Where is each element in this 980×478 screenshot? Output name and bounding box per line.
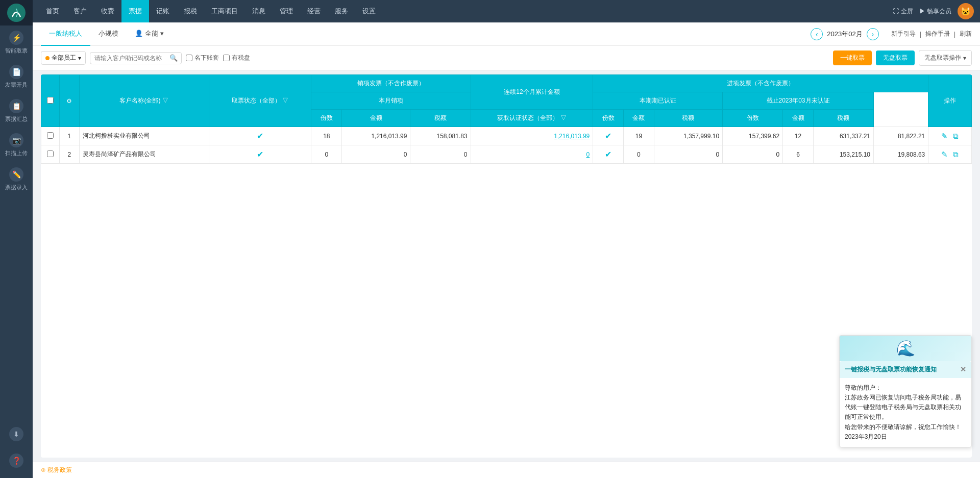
select-all-checkbox[interactable] [47, 97, 54, 104]
filter-icon[interactable]: ▽ [162, 97, 168, 104]
cert-filter-icon[interactable]: ▽ [560, 114, 567, 121]
nav-service[interactable]: 服务 [328, 0, 355, 22]
row-uncert-count: 12 [783, 127, 814, 145]
row-checkbox-1[interactable] [47, 150, 54, 157]
member-btn[interactable]: ▶ 畅享会员 [919, 7, 951, 16]
next-month-btn[interactable]: › [867, 28, 879, 40]
row-uncert-amount: 631,337.21 [813, 127, 873, 145]
sidebar-item-invoice-open[interactable]: 📄 发票开具 [0, 60, 33, 94]
logo [0, 0, 33, 26]
sidebar-item-invoice-summary[interactable]: 📋 票据汇总 [0, 94, 33, 128]
row-sales-tax: 0 [410, 145, 471, 164]
row-fetch-status: ✔ [209, 127, 311, 145]
prev-month-btn[interactable]: ‹ [811, 28, 823, 40]
row-company-name: 灵寿县尚泽矿产品有限公司 [79, 145, 209, 164]
col-checkbox-header [41, 75, 60, 127]
row-sales-amount: 1,216,013.99 [342, 127, 410, 145]
table-row: 2 灵寿县尚泽矿产品有限公司 ✔ 0 0 0 0 ✔ 0 0 0 6 153,2… [41, 145, 972, 164]
dropdown-icon: ▾ [78, 55, 81, 62]
edit-icon[interactable]: ✎ [941, 150, 948, 159]
nav-home[interactable]: 首页 [39, 0, 66, 22]
nav-revenue[interactable]: 收费 [94, 0, 121, 22]
nav-customer[interactable]: 客户 [66, 0, 94, 22]
row-cert-status: ✔ [593, 145, 624, 164]
invoice-entry-icon: ✏️ [9, 167, 23, 182]
manual-btn[interactable]: 操作手册 [925, 30, 950, 38]
tax-policy-link[interactable]: ⊙ 税务政策 [41, 466, 72, 474]
tab-actions: 新手引导 | 操作手册 | 刷新 [891, 30, 972, 38]
employee-select[interactable]: 全部员工 ▾ [41, 51, 86, 65]
no-disk-fetch-btn[interactable]: 无盘取票 [876, 51, 915, 65]
checkbox-account-label[interactable]: 名下账套 [186, 54, 219, 62]
row-purch-count: 0 [624, 145, 654, 164]
checkbox-taxdisk[interactable] [223, 55, 230, 61]
notification-header: 一键报税与无盘取票功能恢复通知 ✕ [840, 361, 971, 378]
user-avatar[interactable]: 🐱 [958, 3, 974, 19]
notification-body: 尊敬的用户：江苏政务网已恢复访问电子税务局功能，易代账一键登陆电子税务局与无盘取… [840, 378, 971, 447]
col-this-month-sales-header: 本月销项 [311, 92, 471, 110]
dropdown-arrow-icon: ▾ [963, 55, 966, 62]
row-purch-count: 19 [624, 127, 654, 145]
nav-business[interactable]: 工商项目 [204, 0, 245, 22]
sidebar-item-scan-upload[interactable]: 📷 扫描上传 [0, 128, 33, 162]
toolbar: 全部员工 ▾ 🔍 名下账套 有税盘 一键取票 无盘取票 无盘取票操作 ▾ [33, 46, 980, 70]
checkbox-account[interactable] [186, 55, 192, 61]
new-guide-btn[interactable]: 新手引导 [891, 30, 916, 38]
employee-dot [45, 56, 50, 60]
refresh-btn[interactable]: 刷新 [960, 30, 972, 38]
no-disk-operations-btn[interactable]: 无盘取票操作 ▾ [919, 50, 972, 66]
table-row: 1 河北柯撸桩实业有限公司 ✔ 18 1,216,013.99 158,081.… [41, 127, 972, 145]
checkbox-taxdisk-label[interactable]: 有税盘 [223, 54, 250, 62]
sidebar-item-help[interactable]: ❓ [0, 448, 33, 473]
invoice-open-icon: 📄 [9, 65, 23, 79]
col-uncert-tax: 税额 [813, 110, 873, 127]
nav-invoice[interactable]: 票据 [121, 0, 149, 22]
main-area: 首页 客户 收费 票据 记账 报税 工商项目 消息 管理 经营 服务 设置 ⛶ … [33, 0, 980, 478]
nav-operation[interactable]: 经营 [300, 0, 328, 22]
tab-month: ‹ 2023年02月 › [811, 28, 878, 40]
status-bar: ⊙ 税务政策 [33, 462, 980, 478]
nav-settings[interactable]: 设置 [355, 0, 383, 22]
col-sales-amount: 金额 [342, 110, 410, 127]
col-ops-header: 操作 [928, 75, 972, 127]
row-checkbox-0[interactable] [47, 132, 54, 139]
tab-small[interactable]: 小规模 [90, 22, 127, 46]
nav-bookkeeping[interactable]: 记账 [149, 0, 177, 22]
tab-bar: 一般纳税人 小规模 👤 全能 ▾ ‹ 2023年02月 › 新手引导 | 操作手… [33, 22, 980, 46]
row-sales-tax: 158,081.83 [410, 127, 471, 145]
nav-tax[interactable]: 报税 [177, 0, 204, 22]
fullscreen-btn[interactable]: ⛶ 全屏 [893, 7, 913, 16]
row-index: 2 [60, 145, 80, 164]
toolbar-right: 一键取票 无盘取票 无盘取票操作 ▾ [833, 50, 972, 66]
row-index: 1 [60, 127, 80, 145]
search-icon[interactable]: 🔍 [169, 54, 178, 62]
chevron-down-icon: ▾ [160, 30, 164, 37]
nav-management[interactable]: 管理 [273, 0, 300, 22]
notification-close-btn[interactable]: ✕ [960, 365, 966, 373]
tab-general[interactable]: 一般纳税人 [41, 22, 90, 46]
filter-icon2[interactable]: ▽ [282, 97, 288, 104]
notification-image: 🌊 [840, 336, 971, 361]
row-purch-tax: 0 [723, 145, 783, 164]
search-input[interactable] [90, 52, 182, 64]
col-sales-count: 份数 [311, 110, 342, 127]
sidebar-bottom: ⬇ ❓ [0, 422, 33, 478]
download-icon: ⬇ [9, 427, 23, 441]
notification-popup: 🌊 一键报税与无盘取票功能恢复通知 ✕ 尊敬的用户：江苏政务网已恢复访问电子税务… [839, 335, 972, 447]
sidebar-item-smart-fetch[interactable]: ⚡ 智能取票 [0, 26, 33, 60]
row-checkbox-cell [41, 127, 60, 145]
sidebar-item-invoice-entry[interactable]: ✏️ 票据录入 [0, 162, 33, 196]
row-cert-status: ✔ [593, 127, 624, 145]
invoice-table: ⚙ 客户名称(全部) ▽ 取票状态（全部） ▽ 销项发票（不含作废票） 连续12… [41, 74, 972, 164]
copy-icon[interactable]: ⧉ [953, 150, 959, 159]
copy-icon[interactable]: ⧉ [953, 132, 959, 140]
nav-message[interactable]: 消息 [245, 0, 273, 22]
row-purch-amount: 1,357,999.10 [654, 127, 722, 145]
sidebar-item-download[interactable]: ⬇ [0, 422, 33, 446]
one-click-fetch-btn[interactable]: 一键取票 [833, 51, 872, 65]
col-cert-status: 获取认证状态（全部） ▽ [471, 110, 593, 127]
edit-icon[interactable]: ✎ [941, 132, 948, 140]
tab-all[interactable]: 👤 全能 ▾ [127, 22, 172, 46]
sidebar-item-label: 智能取票 [5, 47, 28, 55]
scan-upload-icon: 📷 [9, 133, 23, 147]
